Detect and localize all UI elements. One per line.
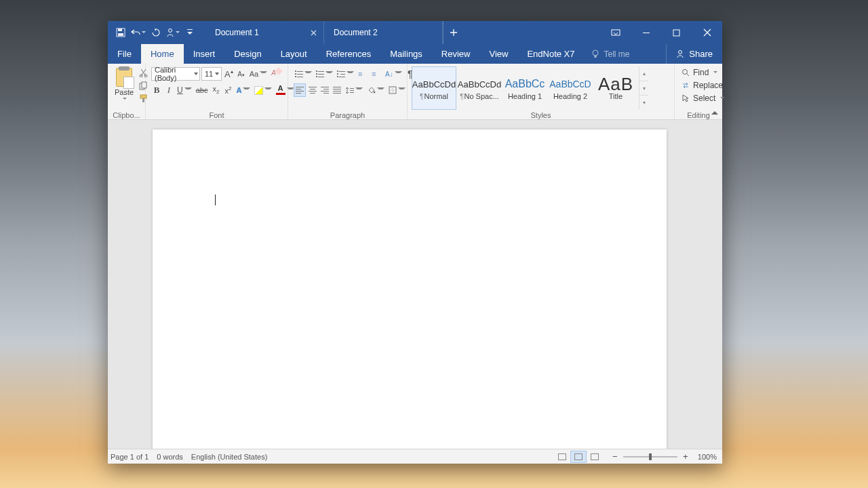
tell-me-placeholder: Tell me [604, 49, 630, 59]
styles-scroll-down[interactable]: ▾ [639, 81, 648, 96]
grow-font-button[interactable]: A▴ [223, 67, 235, 81]
paste-button[interactable]: Paste [112, 66, 136, 102]
tab-file[interactable]: File [108, 44, 141, 64]
zoom-out-button[interactable]: − [611, 453, 619, 461]
undo-button[interactable] [131, 28, 146, 37]
share-label: Share [689, 49, 713, 59]
strikethrough-button[interactable]: abc [195, 83, 210, 97]
svg-point-3 [169, 29, 172, 33]
word-count[interactable]: 0 words [157, 453, 183, 461]
bold-button[interactable]: B [151, 83, 162, 97]
tell-me-search[interactable]: Tell me [585, 44, 637, 64]
superscript-button[interactable]: x2 [222, 83, 233, 97]
document-tabs: Document 1 Document 2 [205, 21, 463, 44]
tab-layout[interactable]: Layout [271, 44, 317, 64]
zoom-track[interactable] [623, 456, 677, 458]
svg-point-8 [593, 50, 598, 56]
font-name-combo[interactable]: Calibri (Body) [151, 67, 200, 81]
language-indicator[interactable]: English (United States) [191, 453, 268, 461]
read-mode-button[interactable] [554, 451, 570, 463]
svg-rect-7 [673, 30, 679, 36]
new-tab-button[interactable] [443, 21, 463, 44]
svg-rect-4 [187, 29, 193, 30]
decrease-indent-button[interactable]: ≡ [357, 67, 369, 81]
underline-button[interactable]: U [176, 83, 193, 97]
document-tab-label: Document 1 [215, 28, 309, 37]
close-tab-icon[interactable] [309, 28, 318, 37]
clear-formatting-button[interactable] [270, 67, 282, 81]
svg-rect-16 [142, 98, 144, 102]
web-layout-button[interactable] [587, 451, 603, 463]
borders-icon [389, 86, 397, 94]
font-color-button[interactable] [275, 83, 296, 97]
find-button[interactable]: Find [682, 66, 717, 79]
svg-rect-1 [118, 28, 122, 31]
group-paragraph: ≡ ≡ A↓ ¶ Paragraph [288, 64, 408, 119]
zoom-thumb[interactable] [649, 453, 652, 460]
style-heading-2[interactable]: AaBbCcD Heading 2 [548, 66, 593, 110]
zoom-level[interactable]: 100% [698, 453, 717, 461]
maximize-button[interactable] [661, 21, 692, 44]
window-controls [600, 21, 722, 44]
paste-label: Paste [115, 88, 134, 96]
save-icon[interactable] [115, 26, 127, 39]
qat-customize-button[interactable] [184, 26, 196, 39]
tab-view[interactable]: View [479, 44, 517, 64]
tab-insert[interactable]: Insert [184, 44, 225, 64]
change-case-button[interactable]: Aa [248, 67, 269, 81]
align-right-button[interactable] [319, 83, 330, 97]
style-normal[interactable]: AaBbCcDd ¶Normal [412, 66, 456, 110]
font-size-combo[interactable]: 11 [201, 67, 222, 81]
style-heading-1[interactable]: AaBbCc Heading 1 [502, 66, 547, 110]
group-label-styles: Styles [410, 110, 671, 119]
close-window-button[interactable] [692, 21, 722, 44]
redo-button[interactable] [150, 26, 162, 39]
minimize-button[interactable] [631, 21, 661, 44]
justify-button[interactable] [332, 83, 342, 97]
document-tab-2[interactable]: Document 2 [324, 21, 443, 44]
shading-button[interactable] [366, 83, 386, 97]
paste-icon [116, 68, 132, 87]
tab-design[interactable]: Design [224, 44, 271, 64]
align-center-button[interactable] [307, 83, 318, 97]
tab-review[interactable]: Review [432, 44, 480, 64]
collapse-ribbon-button[interactable] [710, 108, 719, 117]
style-no-spacing[interactable]: AaBbCcDd ¶No Spac... [457, 66, 502, 110]
borders-button[interactable] [387, 83, 407, 97]
sort-button[interactable]: A↓ [384, 67, 403, 81]
align-left-button[interactable] [294, 83, 306, 97]
shrink-font-button[interactable]: A▾ [236, 67, 247, 81]
statusbar: Page 1 of 1 0 words English (United Stat… [108, 449, 722, 464]
zoom-in-button[interactable]: + [682, 453, 690, 461]
group-label-clipboard: Clipbo... [111, 110, 142, 119]
increase-indent-button[interactable]: ≡ [370, 67, 382, 81]
multilevel-list-button[interactable] [336, 67, 355, 81]
select-button[interactable]: Select [682, 92, 724, 104]
show-marks-button[interactable]: ¶ [405, 67, 416, 81]
group-label-paragraph: Paragraph [291, 110, 404, 119]
touch-mode-button[interactable] [166, 28, 180, 37]
page[interactable] [153, 129, 667, 449]
highlight-button[interactable] [253, 83, 273, 97]
print-layout-button[interactable] [570, 451, 587, 463]
share-button[interactable]: Share [666, 44, 722, 64]
page-indicator[interactable]: Page 1 of 1 [111, 453, 149, 461]
document-canvas[interactable] [108, 120, 722, 449]
numbering-button[interactable] [315, 67, 334, 81]
tab-endnote[interactable]: EndNote X7 [517, 44, 584, 64]
styles-scroll-up[interactable]: ▴ [639, 66, 648, 81]
style-title[interactable]: AaB Title [593, 66, 638, 110]
tab-home[interactable]: Home [141, 44, 184, 64]
ribbon-display-button[interactable] [600, 21, 631, 44]
replace-button[interactable]: Replace [682, 79, 723, 92]
subscript-button[interactable]: x2 [210, 83, 221, 97]
text-effects-button[interactable]: A [235, 83, 252, 97]
line-spacing-button[interactable] [344, 83, 364, 97]
bullets-button[interactable] [294, 67, 313, 81]
tab-references[interactable]: References [317, 44, 380, 64]
tab-mailings[interactable]: Mailings [380, 44, 432, 64]
document-tab-1[interactable]: Document 1 [205, 21, 324, 44]
quick-access-toolbar [108, 21, 199, 44]
styles-expand[interactable]: ▾ [639, 95, 648, 110]
italic-button[interactable]: I [163, 83, 174, 97]
